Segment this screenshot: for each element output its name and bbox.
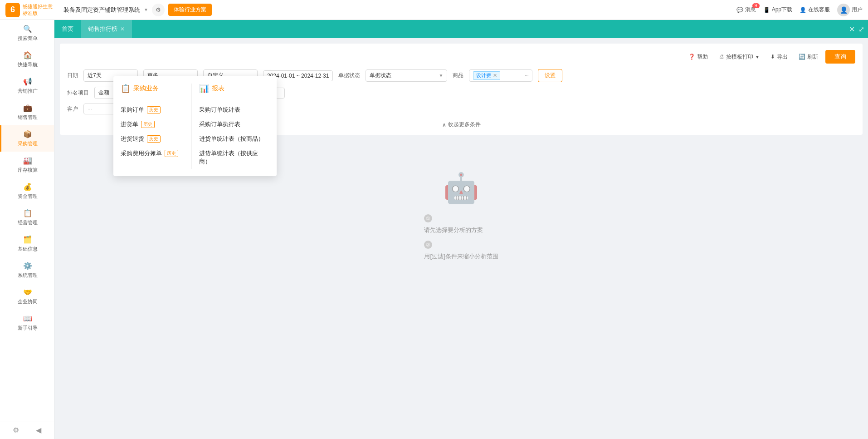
logo-text: 畅捷通好生意 标准版 <box>23 3 53 16</box>
home-icon: 🏠 <box>23 51 32 59</box>
expense-badge: 历史 <box>165 150 178 157</box>
message-icon: 💬 <box>736 7 743 13</box>
print-icon: 🖨 <box>719 54 724 60</box>
online-service-btn[interactable]: 👤 在线客服 <box>800 6 830 14</box>
rank-label: 排名项目 <box>67 89 89 97</box>
goods-label: 商品 <box>453 72 463 79</box>
return-badge: 历史 <box>147 135 161 143</box>
menu-item-expense[interactable]: 采购费用分摊单 历史 <box>121 146 191 161</box>
tab-bar: 首页 销售排行榜 ✕ ✕ ⤢ <box>54 20 868 38</box>
sidebar-item-quicknav[interactable]: 🏠 快捷导航 <box>0 46 54 73</box>
empty-text: ① 请先选择要分析的方案 ② 用[过滤]条件来缩小分析范围 <box>424 212 498 262</box>
date-label: 日期 <box>67 72 78 79</box>
settings-icon-btn[interactable]: ⚙ <box>152 4 165 16</box>
menu-item-incoming-by-goods[interactable]: 进货单统计表（按商品） <box>199 132 270 146</box>
footer-collapse-btn[interactable]: ◀ <box>36 426 41 434</box>
sidebar-item-finance[interactable]: 💰 资金管理 <box>0 178 54 204</box>
refresh-icon: 🔄 <box>799 54 805 60</box>
purchase-order-badge: 历史 <box>147 106 161 113</box>
footer-settings-btn[interactable]: ⚙ <box>13 426 19 434</box>
messages-badge: 9 <box>752 3 760 8</box>
topbar-right: 💬 消息 9 📱 App下载 👤 在线客服 👤 用户 <box>736 4 863 16</box>
goods-tag: 设计费 ✕ <box>473 71 500 80</box>
report-section-icon: 📊 <box>199 84 209 94</box>
sidebar-item-system[interactable]: ⚙️ 系统管理 <box>0 257 54 283</box>
marketing-icon: 📢 <box>23 77 32 86</box>
refresh-btn[interactable]: 🔄 刷新 <box>795 51 822 63</box>
empty-hint-1: ① 请先选择要分析的方案 <box>424 212 498 236</box>
export-btn[interactable]: ⬇ 导出 <box>767 51 791 63</box>
goods-input[interactable]: 设计费 ✕ ··· <box>469 69 532 82</box>
logo-icon: 6 <box>5 3 20 17</box>
tabbar-right-icons: ✕ ⤢ <box>849 25 868 34</box>
empty-robot-icon: 🤖 <box>443 171 479 205</box>
enterprise-icon: 🤝 <box>23 288 32 296</box>
goods-tag-close[interactable]: ✕ <box>493 73 497 79</box>
operations-icon: 📋 <box>23 209 32 217</box>
goods-dots[interactable]: ··· <box>525 73 528 78</box>
sidebar-item-marketing[interactable]: 📢 营销推广 <box>0 73 54 99</box>
report-section: 📊 报表 采购订单统计表 采购订单执行表 进货单统计表（按商品） <box>191 84 270 169</box>
menu-item-purchase-order[interactable]: 采购订单 历史 <box>121 103 191 117</box>
messages-btn[interactable]: 💬 消息 9 <box>736 6 756 14</box>
basics-icon: 🗂️ <box>23 235 32 244</box>
export-icon: ⬇ <box>770 54 775 60</box>
sidebar-footer: ⚙ ◀ <box>0 421 54 439</box>
purchase-section-title: 📋 采购业务 <box>121 84 191 97</box>
query-button[interactable]: 查询 <box>825 50 855 64</box>
sidebar-item-inventory[interactable]: 🏭 库存核算 <box>0 152 54 178</box>
user-menu-btn[interactable]: 👤 用户 <box>837 4 863 16</box>
logo-area: 6 畅捷通好生意 标准版 <box>5 3 60 17</box>
finance-icon: 💰 <box>23 183 32 191</box>
tab-sales-rank[interactable]: 销售排行榜 ✕ <box>81 20 132 38</box>
tab-close-icon[interactable]: ✕ <box>120 26 125 32</box>
app-download-btn[interactable]: 📱 App下载 <box>763 6 792 14</box>
customer-label: 客户 <box>67 105 78 113</box>
tab-close-window-icon[interactable]: ✕ <box>849 25 855 34</box>
status-dropdown-icon: ▼ <box>439 73 444 78</box>
incoming-badge: 历史 <box>141 121 155 128</box>
sidebar-item-sales[interactable]: 💼 销售管理 <box>0 99 54 125</box>
menu-item-order-exec[interactable]: 采购订单执行表 <box>199 117 270 132</box>
menu-item-incoming-by-supplier[interactable]: 进货单统计表（按供应商） <box>199 146 270 169</box>
guide-icon: 📖 <box>23 314 32 323</box>
sidebar-item-purchase[interactable]: 📦 采购管理 <box>0 125 54 152</box>
user-avatar: 👤 <box>837 4 850 16</box>
inventory-icon: 🏭 <box>23 156 32 165</box>
main-content: ❓ 帮助 🖨 按模板打印 ▼ ⬇ 导出 🔄 <box>54 38 868 439</box>
purchase-dropdown-menu: 📋 采购业务 采购订单 历史 进货单 历史 进货退货 <box>113 76 277 176</box>
sidebar-item-basics[interactable]: 🗂️ 基础信息 <box>0 231 54 257</box>
empty-hint-2: ② 用[过滤]条件来缩小分析范围 <box>424 239 498 262</box>
settings-small-button[interactable]: 设置 <box>538 69 562 82</box>
industry-button[interactable]: 体验行业方案 <box>168 4 212 16</box>
order-status-label: 单据状态 <box>338 72 360 79</box>
print-btn[interactable]: 🖨 按模板打印 ▼ <box>715 51 763 63</box>
purchase-section: 📋 采购业务 采购订单 历史 进货单 历史 进货退货 <box>121 84 191 169</box>
help-btn[interactable]: ❓ 帮助 <box>685 51 712 63</box>
sidebar-item-guide[interactable]: 📖 新手引导 <box>0 310 54 336</box>
menu-item-return[interactable]: 进货退货 历史 <box>121 132 191 146</box>
sidebar: 🔍 搜索菜单 🏠 快捷导航 📢 营销推广 💼 销售管理 📦 采购管理 🏭 <box>0 20 54 439</box>
sidebar-item-operations[interactable]: 📋 经营管理 <box>0 204 54 231</box>
purchase-section-icon: 📋 <box>121 84 131 94</box>
menu-item-order-stats[interactable]: 采购订单统计表 <box>199 103 270 117</box>
system-icon: ⚙️ <box>23 261 32 270</box>
report-section-title: 📊 报表 <box>199 84 270 97</box>
search-icon: 🔍 <box>23 25 32 33</box>
order-status-select[interactable]: 单据状态 ▼ <box>366 69 447 82</box>
service-icon: 👤 <box>800 7 806 13</box>
sales-icon: 💼 <box>23 104 32 112</box>
tab-expand-icon[interactable]: ⤢ <box>858 25 864 34</box>
sidebar-item-search[interactable]: 🔍 搜索菜单 <box>0 20 54 46</box>
tab-home[interactable]: 首页 <box>54 20 81 38</box>
system-dropdown-arrow[interactable]: ▼ <box>144 7 148 12</box>
sidebar-item-enterprise[interactable]: 🤝 企业协同 <box>0 283 54 310</box>
purchase-icon: 📦 <box>23 130 32 138</box>
collapse-button[interactable]: ∧ 收起更多条件 <box>442 121 481 128</box>
system-info: 装备及固定资产辅助管理系统 ▼ ⚙ 体验行业方案 <box>60 4 736 16</box>
phone-icon: 📱 <box>763 7 770 13</box>
system-name: 装备及固定资产辅助管理系统 <box>63 6 140 14</box>
menu-item-incoming[interactable]: 进货单 历史 <box>121 117 191 132</box>
help-icon: ❓ <box>688 54 695 60</box>
collapse-up-icon: ∧ <box>442 122 446 128</box>
